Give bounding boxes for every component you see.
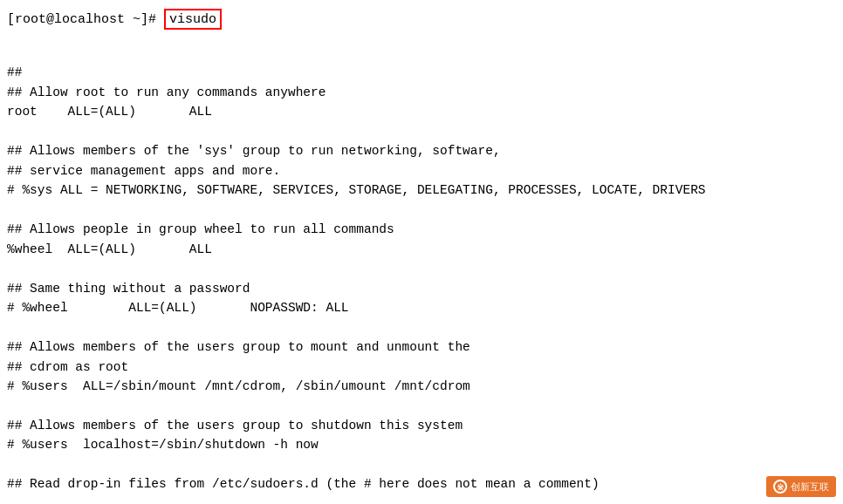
watermark-text: 创新互联 <box>791 480 829 494</box>
content-area: ## ## Allow root to run any commands any… <box>7 44 836 494</box>
watermark: ※ 创新互联 <box>766 476 836 497</box>
command-text: visudo <box>169 12 216 27</box>
command-box: visudo <box>164 9 222 30</box>
prompt-text: [root@localhost ~]# <box>7 12 164 27</box>
terminal-window: [root@localhost ~]# visudo ## ## Allow r… <box>0 0 843 504</box>
watermark-icon: ※ <box>773 480 787 494</box>
prompt-line: [root@localhost ~]# visudo <box>7 9 836 30</box>
